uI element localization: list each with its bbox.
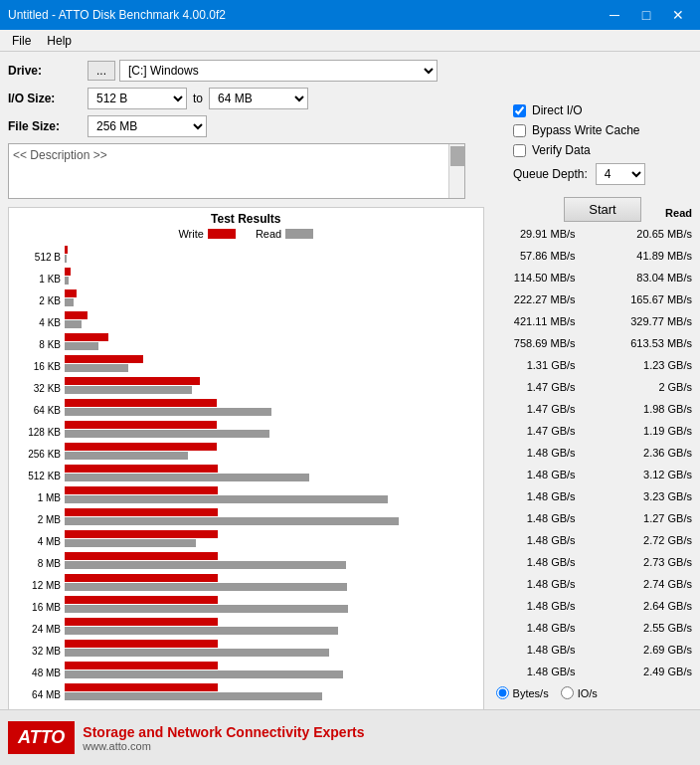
description-box[interactable]: << Description >>: [8, 143, 465, 199]
read-bar: [65, 649, 329, 657]
start-button[interactable]: Start: [564, 197, 640, 222]
y-axis-label: 512 KB: [13, 465, 61, 486]
result-read: 2.74 GB/s: [612, 578, 692, 590]
io-size-from[interactable]: 512 B: [88, 88, 187, 109]
minimize-button[interactable]: ─: [601, 4, 628, 26]
io-per-sec-radio[interactable]: [561, 686, 574, 699]
bar-row: [65, 419, 479, 440]
result-read: 3.23 GB/s: [612, 490, 692, 502]
result-write: 1.48 GB/s: [496, 644, 576, 656]
result-row: 1.48 GB/s2.36 GB/s: [492, 442, 692, 464]
result-row: 1.48 GB/s2.55 GB/s: [492, 617, 692, 639]
result-read: 1.27 GB/s: [612, 512, 692, 524]
y-axis-labels: 512 B1 KB2 KB4 KB8 KB16 KB32 KB64 KB128 …: [13, 244, 61, 705]
read-bar: [65, 605, 348, 613]
queue-depth-select[interactable]: 4: [596, 163, 645, 185]
io-size-to[interactable]: 64 MB: [209, 88, 308, 109]
write-bar: [65, 618, 218, 626]
y-axis-label: 16 KB: [13, 355, 61, 377]
result-read: 1.19 GB/s: [612, 425, 692, 437]
verify-data-checkbox[interactable]: [513, 144, 526, 157]
write-bar: [65, 552, 218, 560]
result-write: 1.47 GB/s: [496, 381, 576, 393]
bar-row: [65, 638, 479, 659]
queue-depth-row: Queue Depth: 4: [513, 163, 692, 185]
write-bar: [65, 662, 218, 669]
y-axis-label: 1 KB: [13, 268, 61, 289]
atto-logo: ATTO: [8, 721, 75, 754]
file-size-label: File Size:: [8, 119, 88, 133]
read-bar: [65, 342, 98, 350]
result-write: 1.48 GB/s: [496, 469, 576, 480]
bar-row: [65, 616, 479, 637]
result-write: 1.48 GB/s: [496, 666, 576, 677]
result-read: 20.65 MB/s: [612, 228, 692, 240]
drive-select[interactable]: [C:] Windows: [119, 60, 438, 82]
chart-container: Test Results Write Read 512 B1 KB2 KB4 K…: [8, 207, 484, 739]
bar-row: [65, 484, 479, 505]
direct-io-label: Direct I/O: [532, 103, 583, 117]
result-write: 1.48 GB/s: [496, 600, 576, 612]
y-axis-label: 64 MB: [13, 683, 61, 705]
description-scrollbar[interactable]: [448, 144, 464, 198]
bytes-per-sec-radio[interactable]: [496, 686, 509, 699]
write-bar: [65, 596, 218, 604]
bar-row: [65, 506, 479, 527]
result-write: 758.69 MB/s: [496, 337, 576, 349]
bar-row: [65, 572, 479, 593]
read-bar: [65, 583, 347, 591]
read-bar: [65, 430, 269, 438]
bypass-write-cache-row: Bypass Write Cache: [513, 123, 692, 137]
y-axis-label: 2 KB: [13, 289, 61, 311]
read-bar: [65, 517, 399, 525]
bypass-write-cache-label: Bypass Write Cache: [532, 123, 640, 137]
result-row: 57.86 MB/s41.89 MB/s: [492, 245, 692, 267]
footer-url: www.atto.com: [83, 740, 364, 752]
result-row: 1.48 GB/s2.73 GB/s: [492, 551, 692, 573]
bar-row: [65, 681, 479, 702]
browse-button[interactable]: ...: [88, 61, 115, 81]
window-title: Untitled - ATTO Disk Benchmark 4.00.0f2: [8, 8, 226, 22]
io-per-sec-label[interactable]: IO/s: [561, 686, 598, 699]
units-row: Bytes/s IO/s: [492, 686, 692, 699]
bar-row: [65, 463, 479, 483]
write-legend-color: [208, 229, 236, 239]
close-button[interactable]: ✕: [664, 4, 692, 26]
file-size-select[interactable]: 256 MB: [88, 115, 207, 137]
chart-body: 512 B1 KB2 KB4 KB8 KB16 KB32 KB64 KB128 …: [13, 244, 479, 705]
result-write: 1.48 GB/s: [496, 556, 576, 568]
write-bar: [65, 421, 217, 429]
result-row: 222.27 MB/s165.67 MB/s: [492, 288, 692, 310]
result-read: 41.89 MB/s: [612, 250, 692, 262]
write-bar: [65, 377, 200, 385]
menu-file[interactable]: File: [4, 32, 39, 49]
read-bar: [65, 495, 388, 503]
description-area: << Description >>: [8, 143, 465, 199]
write-bar: [65, 399, 217, 407]
bytes-per-sec-label[interactable]: Bytes/s: [496, 686, 549, 699]
result-read: 613.53 MB/s: [612, 337, 692, 349]
read-legend-label: Read: [256, 228, 281, 240]
bar-row: [65, 441, 479, 462]
read-bar: [65, 692, 322, 700]
right-panel: Direct I/O Bypass Write Cache Verify Dat…: [513, 103, 692, 222]
y-axis-label: 8 KB: [13, 333, 61, 355]
verify-data-row: Verify Data: [513, 143, 692, 157]
direct-io-checkbox[interactable]: [513, 104, 526, 117]
results-panel: Write Read 29.91 MB/s20.65 MB/s57.86 MB/…: [484, 207, 692, 739]
result-row: 1.48 GB/s2.72 GB/s: [492, 529, 692, 551]
result-write: 1.47 GB/s: [496, 425, 576, 437]
write-bar: [65, 355, 143, 363]
bypass-write-cache-checkbox[interactable]: [513, 124, 526, 137]
footer-tagline: Storage and Network Connectivity Experts: [83, 724, 364, 740]
result-row: 421.11 MB/s329.77 MB/s: [492, 310, 692, 332]
write-bar: [65, 246, 68, 254]
menu-help[interactable]: Help: [39, 32, 80, 49]
result-write: 222.27 MB/s: [496, 293, 576, 305]
result-row: 1.48 GB/s2.69 GB/s: [492, 639, 692, 661]
write-bar: [65, 443, 217, 451]
maximize-button[interactable]: □: [632, 4, 660, 26]
result-write: 1.48 GB/s: [496, 490, 576, 502]
bar-row: [65, 331, 479, 352]
result-read: 2.49 GB/s: [612, 666, 692, 677]
